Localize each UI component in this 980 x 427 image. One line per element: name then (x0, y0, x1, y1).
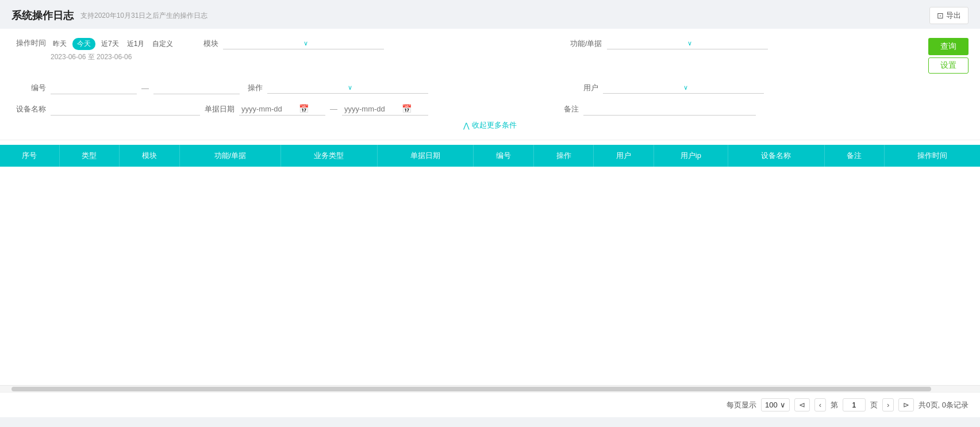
function-select[interactable]: ∨ (607, 38, 768, 49)
code-filter-group: 编号 — (11, 82, 240, 94)
calendar-end-icon[interactable]: 📅 (402, 104, 412, 113)
col-device: 设备名称 (728, 145, 824, 167)
operation-filter-group: 操作 ∨ (240, 82, 575, 94)
col-user: 用户 (594, 145, 654, 167)
module-filter-group: 模块 ∨ (195, 38, 562, 49)
page-input[interactable] (843, 398, 866, 411)
page-unit: 页 (870, 400, 878, 410)
col-function: 功能/单据 (179, 145, 280, 167)
last-page-button[interactable]: ⊳ (898, 398, 914, 411)
doc-date-start-wrap: 📅 (239, 102, 325, 116)
export-button[interactable]: ⊡ 导出 (929, 7, 969, 24)
col-code: 编号 (474, 145, 533, 167)
time-btn-7days[interactable]: 近7天 (99, 39, 121, 49)
settings-button[interactable]: 设置 (928, 57, 969, 74)
doc-date-start-input[interactable] (241, 105, 299, 113)
doc-date-filter-group: 单据日期 📅 — 📅 (200, 102, 556, 116)
collapse-button[interactable]: ⋀ 收起更多条件 (463, 120, 517, 130)
function-dropdown-arrow: ∨ (687, 40, 766, 47)
next-page-button[interactable]: › (882, 398, 894, 411)
per-page-select[interactable]: 100 ∨ (761, 398, 790, 411)
scrollbar-thumb[interactable] (11, 387, 931, 391)
per-page-value: 100 (765, 401, 778, 409)
col-type: 类型 (59, 145, 119, 167)
table-wrap: 序号 类型 模块 功能/单据 业务类型 单据日期 编号 操作 用户 用户ip 设… (0, 145, 980, 385)
time-btn-today[interactable]: 今天 (72, 38, 95, 50)
user-dropdown-arrow: ∨ (683, 84, 762, 91)
col-doc-date: 单据日期 (377, 145, 474, 167)
data-table: 序号 类型 模块 功能/单据 业务类型 单据日期 编号 操作 用户 用户ip 设… (0, 145, 980, 385)
pagination: 每页显示 100 ∨ ⊲ ‹ 第 页 › ⊳ 共0页, 0条记录 (0, 392, 980, 417)
filter-area: 操作时间 昨天 今天 近7天 近1月 自定义 2023-06-06 至 2023… (0, 29, 980, 140)
calendar-start-icon[interactable]: 📅 (299, 104, 309, 113)
time-btn-yesterday[interactable]: 昨天 (51, 39, 69, 49)
col-op-time: 操作时间 (884, 145, 980, 167)
collapse-row: ⋀ 收起更多条件 (11, 120, 969, 130)
table-body (0, 167, 980, 385)
collapse-up-icon: ⋀ (463, 121, 470, 130)
code-label: 编号 (11, 83, 46, 93)
time-buttons: 昨天 今天 近7天 近1月 自定义 (51, 38, 175, 50)
total-label: 共0页, 0条记录 (918, 400, 969, 410)
remark-label: 备注 (556, 104, 579, 114)
empty-state (0, 167, 980, 385)
date-dash: — (330, 105, 337, 113)
doc-date-end-input[interactable] (344, 105, 402, 113)
col-index: 序号 (0, 145, 59, 167)
page-header: 系统操作日志 支持2020年10月31日之后产生的操作日志 ⊡ 导出 (0, 0, 980, 29)
device-filter-group: 设备名称 (11, 103, 200, 116)
device-label: 设备名称 (11, 104, 46, 114)
function-filter-group: 功能/单据 ∨ (562, 38, 929, 49)
time-label: 操作时间 (11, 38, 46, 48)
page-subtitle: 支持2020年10月31日之后产生的操作日志 (80, 11, 207, 21)
user-select[interactable]: ∨ (603, 82, 764, 94)
code-end-input[interactable] (153, 82, 240, 94)
per-page-label: 每页显示 (727, 400, 756, 410)
time-btn-custom[interactable]: 自定义 (150, 39, 175, 49)
col-module: 模块 (120, 145, 179, 167)
export-icon: ⊡ (937, 11, 944, 20)
module-dropdown-arrow: ∨ (303, 40, 382, 47)
operation-select[interactable]: ∨ (267, 82, 428, 94)
function-label: 功能/单据 (562, 39, 602, 49)
table-header: 序号 类型 模块 功能/单据 业务类型 单据日期 编号 操作 用户 用户ip 设… (0, 145, 980, 167)
per-page-arrow: ∨ (780, 401, 786, 409)
col-biz-type: 业务类型 (281, 145, 378, 167)
doc-date-label: 单据日期 (200, 104, 235, 114)
page-label: 第 (831, 400, 838, 410)
time-filter-group: 操作时间 昨天 今天 近7天 近1月 自定义 2023-06-06 至 2023… (11, 38, 195, 62)
col-operation: 操作 (533, 145, 593, 167)
user-filter-group: 用户 ∨ (575, 82, 911, 94)
action-buttons: 查询 设置 (928, 38, 969, 74)
user-label: 用户 (575, 83, 598, 93)
device-input[interactable] (51, 103, 200, 116)
col-user-ip: 用户ip (654, 145, 728, 167)
operation-label: 操作 (240, 83, 263, 93)
doc-date-end-wrap: 📅 (342, 102, 428, 116)
code-start-input[interactable] (51, 82, 137, 94)
prev-page-button[interactable]: ‹ (814, 398, 826, 411)
first-page-button[interactable]: ⊲ (794, 398, 810, 411)
query-button[interactable]: 查询 (928, 38, 969, 55)
remark-input[interactable] (583, 103, 756, 116)
collapse-label: 收起更多条件 (472, 120, 517, 130)
col-remark: 备注 (824, 145, 884, 167)
module-select[interactable]: ∨ (223, 38, 384, 49)
time-range-text: 2023-06-06 至 2023-06-06 (51, 52, 175, 62)
module-label: 模块 (195, 39, 218, 49)
operation-dropdown-arrow: ∨ (348, 84, 426, 91)
code-dash: — (141, 84, 149, 93)
remark-filter-group: 备注 (556, 103, 912, 116)
horizontal-scrollbar[interactable] (0, 385, 980, 392)
export-label: 导出 (946, 10, 961, 21)
page-title: 系统操作日志 (11, 9, 74, 22)
time-btn-1month[interactable]: 近1月 (125, 39, 147, 49)
